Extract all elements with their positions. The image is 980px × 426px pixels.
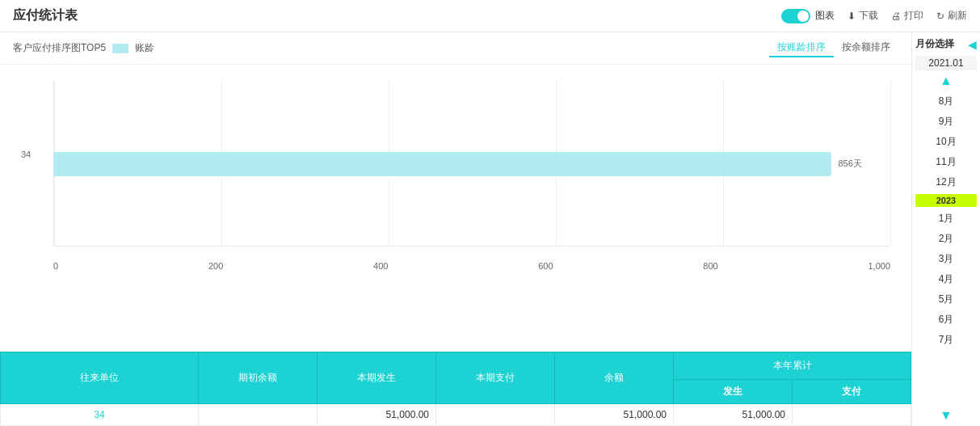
table-row: 34 51,000.00 51,000.00 51,000.00 — [1, 404, 911, 426]
chart-toggle-switch[interactable] — [781, 9, 810, 23]
data-table: 往来单位 期初余额 本期发生 本期支付 余额 本年累计 发生 支付 — [0, 352, 911, 426]
sidebar-month-4[interactable]: 4月 — [912, 269, 980, 289]
col-ytd-header: 本年累计 — [674, 352, 911, 380]
app-container: 应付统计表 图表 ⬇ 下载 🖨 打印 ↻ 刷新 — [0, 0, 980, 426]
bar-area: 856天 — [53, 81, 890, 247]
chart-section: 客户应付排序图TOP5 账龄 按账龄排序 按余额排序 34 — [0, 32, 911, 426]
header-actions: 图表 ⬇ 下载 🖨 打印 ↻ 刷新 — [781, 9, 967, 23]
right-sidebar: 月份选择 ◀ 2021.01 ▲ 8月 9月 10月 11月 12月 2023 … — [911, 32, 980, 426]
col-paid-header: 本期支付 — [436, 352, 555, 404]
legend-label: 客户应付排序图TOP5 — [13, 41, 106, 55]
col-unit-header: 往来单位 — [1, 352, 199, 404]
sidebar-scroll[interactable]: 8月 9月 10月 11月 12月 2023 1月 2月 3月 4月 5月 6月… — [912, 91, 980, 405]
sidebar-month-11[interactable]: 11月 — [912, 152, 980, 172]
page-title: 应付统计表 — [13, 7, 78, 24]
sort-buttons: 按账龄排序 按余额排序 — [769, 39, 898, 57]
sidebar-month-7[interactable]: 7月 — [912, 330, 980, 350]
sidebar-month-5[interactable]: 5月 — [912, 289, 980, 310]
download-icon: ⬇ — [848, 11, 856, 22]
cell-ytd-amount: 51,000.00 — [674, 404, 793, 426]
sidebar-month-10[interactable]: 10月 — [912, 132, 980, 152]
col-current-header: 本期发生 — [318, 352, 436, 404]
refresh-icon: ↻ — [936, 11, 944, 22]
table-wrapper: 往来单位 期初余额 本期发生 本期支付 余额 本年累计 发生 支付 — [0, 352, 911, 426]
sort-by-amount-button[interactable]: 按余额排序 — [834, 39, 898, 57]
sort-by-balance-button[interactable]: 按账龄排序 — [769, 39, 834, 57]
chart-canvas: 34 — [13, 73, 898, 275]
x-tick-400: 400 — [373, 261, 388, 271]
print-icon: 🖨 — [891, 11, 901, 22]
cell-ytd-paid — [793, 404, 911, 426]
col-ytd-paid-header: 支付 — [793, 380, 911, 404]
sidebar-header: 月份选择 ◀ — [912, 32, 980, 56]
header: 应付统计表 图表 ⬇ 下载 🖨 打印 ↻ 刷新 — [0, 0, 980, 32]
sidebar-nav-up[interactable]: ▲ — [912, 70, 980, 91]
sidebar-month-1[interactable]: 1月 — [912, 209, 980, 229]
x-tick-1000: 1,000 — [868, 261, 890, 271]
cell-unit: 34 — [1, 404, 199, 426]
main-content: 客户应付排序图TOP5 账龄 按账龄排序 按余额排序 34 — [0, 32, 980, 426]
cell-opening — [199, 404, 318, 426]
legend-box — [112, 44, 128, 53]
legend-text: 账龄 — [135, 41, 154, 55]
sidebar-nav-down[interactable]: ▼ — [912, 405, 980, 426]
sidebar-collapse-icon[interactable]: ◀ — [968, 38, 977, 51]
chart-toggle-group[interactable]: 图表 — [781, 9, 835, 23]
print-button[interactable]: 🖨 打印 — [891, 9, 923, 23]
chart-body: 34 — [0, 65, 911, 352]
bar-end-label: 856天 — [838, 158, 861, 170]
chart-x-axis: 0 200 400 600 800 1,000 — [53, 261, 890, 271]
sidebar-month-2[interactable]: 2月 — [912, 229, 980, 249]
chart-header: 客户应付排序图TOP5 账龄 按账龄排序 按余额排序 — [0, 32, 911, 65]
col-ytd-amount-header: 发生 — [674, 380, 793, 404]
sidebar-month-9[interactable]: 9月 — [912, 112, 980, 132]
sidebar-month-8[interactable]: 8月 — [912, 91, 980, 112]
cell-current-paid — [436, 404, 555, 426]
sidebar-year-badge: 2023 — [915, 194, 977, 207]
refresh-label: 刷新 — [948, 9, 967, 23]
x-tick-600: 600 — [538, 261, 553, 271]
sidebar-title: 月份选择 — [915, 37, 954, 51]
col-opening-header: 期初余额 — [199, 352, 318, 404]
sidebar-month-3[interactable]: 3月 — [912, 249, 980, 269]
table-section: 往来单位 期初余额 本期发生 本期支付 余额 本年累计 发生 支付 — [0, 352, 911, 426]
chart-toggle-label: 图表 — [815, 9, 835, 23]
sidebar-month-6[interactable]: 6月 — [912, 310, 980, 330]
unit-link[interactable]: 34 — [94, 409, 104, 420]
sidebar-current-year-month: 2021.01 — [915, 56, 977, 70]
table-header-row: 往来单位 期初余额 本期发生 本期支付 余额 本年累计 — [1, 352, 911, 380]
refresh-button[interactable]: ↻ 刷新 — [936, 9, 967, 23]
download-label: 下载 — [859, 9, 878, 23]
cell-balance: 51,000.00 — [555, 404, 674, 426]
col-balance-header: 余额 — [555, 352, 674, 404]
sidebar-month-12[interactable]: 12月 — [912, 172, 980, 192]
print-label: 打印 — [904, 9, 923, 23]
cell-current-amount: 51,000.00 — [318, 404, 436, 426]
download-button[interactable]: ⬇ 下载 — [848, 9, 878, 23]
chart-legend: 客户应付排序图TOP5 账龄 — [13, 41, 154, 55]
x-tick-0: 0 — [53, 261, 58, 271]
chart-y-label: 34 — [21, 150, 31, 159]
bar-row: 856天 — [53, 152, 890, 176]
bar-fill — [53, 152, 831, 176]
grid-line-1000 — [890, 81, 891, 246]
x-tick-200: 200 — [208, 261, 223, 271]
x-tick-800: 800 — [703, 261, 717, 271]
